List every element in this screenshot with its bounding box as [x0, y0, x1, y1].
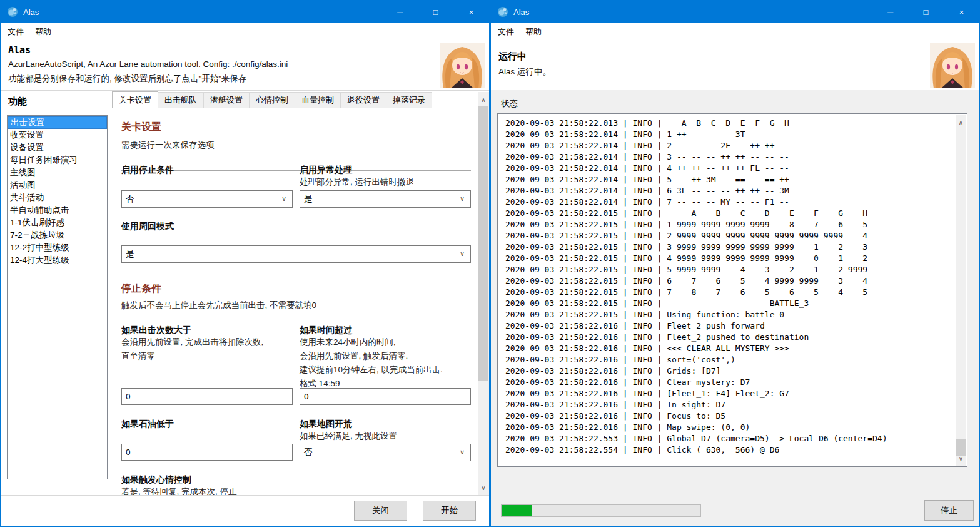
log-line: 2020-09-03 21:58:22.016 | INFO | Fleet_2…: [505, 332, 954, 343]
scroll-up-icon[interactable]: ∧: [478, 93, 489, 106]
tab[interactable]: 心情控制: [250, 92, 295, 108]
section-title-stop: 停止条件: [121, 282, 161, 295]
maximize-button[interactable]: □: [908, 1, 944, 23]
log-output[interactable]: 2020-09-03 21:58:22.013 | INFO | A B C D…: [497, 113, 967, 467]
tab[interactable]: 掉落记录: [386, 92, 432, 108]
log-line: 2020-09-03 21:58:22.015 | INFO | 3 9999 …: [505, 242, 954, 253]
scroll-down-icon[interactable]: ∨: [478, 481, 489, 494]
tab[interactable]: 血量控制: [295, 92, 341, 108]
minimize-button[interactable]: ─: [872, 1, 908, 23]
chevron-down-icon: ∨: [460, 448, 465, 456]
enable-exception-dropdown[interactable]: 是 ∨: [300, 190, 471, 208]
log-line: 2020-09-03 21:58:22.015 | INFO | 6 7 6 5…: [505, 275, 954, 287]
label-enable-stop: 启用停止条件: [121, 165, 174, 176]
sidebar-item[interactable]: 12-2打中型练级: [8, 242, 107, 254]
settings-panel: 关卡设置 需要运行一次来保存选项 启用停止条件 启用异常处理 处理部分异常, 运…: [112, 108, 478, 495]
close-button[interactable]: ×: [944, 1, 979, 23]
divider: [491, 491, 979, 491]
function-listbox[interactable]: 出击设置收菜设置设备设置每日任务困难演习主线图活动图共斗活动半自动辅助点击1-1…: [7, 115, 108, 479]
section-subtitle-stop: 触发后不会马上停止会先完成当前出击, 不需要就填0: [121, 300, 316, 311]
close-window-button[interactable]: 关闭: [354, 501, 407, 521]
loop-mode-dropdown[interactable]: 是 ∨: [121, 245, 471, 263]
desktop: Alas ─ □ × 文件帮助 Alas AzurLaneAutoScript,…: [0, 0, 980, 527]
sidebar-heading: 功能: [8, 96, 27, 108]
menu-item[interactable]: 帮助: [29, 26, 57, 38]
menu-bar: 文件帮助: [1, 23, 489, 41]
log-line: 2020-09-03 21:58:22.016 | INFO | [Fleet_…: [505, 388, 954, 399]
helper-if-count: 会沿用先前设置, 完成出击将扣除次数, 直至清零: [121, 335, 263, 363]
log-line: 2020-09-03 21:58:22.016 | INFO | <<< CLE…: [505, 343, 954, 354]
start-button[interactable]: 开始: [423, 501, 476, 521]
sidebar-item[interactable]: 每日任务困难演习: [8, 154, 107, 166]
window-header: Alas AzurLaneAutoScript, An Azur Lane au…: [1, 41, 489, 91]
sidebar-item[interactable]: 半自动辅助点击: [8, 204, 107, 217]
status-label: 状态: [501, 98, 518, 110]
log-line: 2020-09-03 21:58:22.014 | INFO | 1 ++ --…: [505, 129, 954, 140]
sidebar-item[interactable]: 收菜设置: [8, 129, 107, 141]
divider: [121, 315, 471, 315]
helper-if-emotion: 若是, 等待回复, 完成本次, 停止: [121, 485, 237, 495]
chevron-down-icon: ∨: [460, 195, 465, 203]
sidebar-item[interactable]: 共斗活动: [8, 192, 107, 204]
sidebar-item[interactable]: 主线图: [8, 166, 107, 179]
menu-item[interactable]: 文件: [2, 26, 29, 38]
log-line: 2020-09-03 21:58:22.016 | INFO | Clear m…: [505, 377, 954, 388]
label-if-count: 如果出击次数大于: [121, 325, 191, 336]
if-oil-input[interactable]: [121, 444, 293, 461]
menu-item[interactable]: 文件: [492, 26, 520, 38]
log-line: 2020-09-03 21:58:22.014 | INFO | 6 3L --…: [505, 185, 954, 197]
sidebar-item[interactable]: 7-2三战拣垃圾: [8, 229, 107, 242]
titlebar[interactable]: Alas ─ □ ×: [491, 1, 979, 23]
progress-bar: [501, 504, 701, 517]
titlebar[interactable]: Alas ─ □ ×: [1, 1, 489, 23]
log-line: 2020-09-03 21:58:22.553 | INFO | Global …: [505, 433, 954, 444]
caption-buttons: ─ □ ×: [382, 1, 489, 23]
avatar: [440, 43, 485, 88]
tab[interactable]: 出击舰队: [158, 92, 204, 108]
run-state-title: 运行中: [498, 51, 527, 63]
tab[interactable]: 退役设置: [341, 92, 386, 108]
avatar: [930, 43, 975, 88]
enable-stop-dropdown[interactable]: 否 ∨: [121, 190, 293, 208]
caption-buttons: ─ □ ×: [872, 1, 979, 23]
tab[interactable]: 潜艇设置: [204, 92, 250, 108]
log-line: 2020-09-03 21:58:22.015 | INFO | 2 9999 …: [505, 230, 954, 242]
label-if-time: 如果时间超过: [300, 325, 352, 336]
scroll-down-icon[interactable]: ∨: [956, 452, 966, 464]
stop-button[interactable]: 停止: [924, 500, 974, 521]
sidebar-item[interactable]: 1-1伏击刷好感: [8, 217, 107, 229]
if-count-input[interactable]: [121, 388, 293, 405]
window-header: 运行中 Alas 运行中。: [491, 41, 979, 91]
if-time-input[interactable]: [300, 388, 471, 405]
scrollbar-thumb[interactable]: [478, 106, 488, 381]
sidebar-item[interactable]: 出击设置: [8, 116, 107, 129]
if-map-dropdown[interactable]: 否 ∨: [300, 444, 471, 461]
section-subtitle-stage: 需要运行一次来保存选项: [121, 140, 215, 151]
log-line: 2020-09-03 21:58:22.014 | INFO | 2 -- --…: [505, 140, 954, 151]
close-button[interactable]: ×: [453, 1, 489, 23]
maximize-button[interactable]: □: [418, 1, 453, 23]
log-scrollbar[interactable]: ∧ ∨: [956, 115, 966, 466]
tab[interactable]: 关卡设置: [112, 91, 158, 108]
window-title: Alas: [513, 8, 529, 17]
label-loop-mode: 使用周回模式: [121, 221, 174, 232]
log-lines: 2020-09-03 21:58:22.013 | INFO | A B C D…: [505, 118, 954, 456]
scroll-up-icon[interactable]: ∧: [956, 116, 966, 128]
sidebar-item[interactable]: 12-4打大型练级: [8, 254, 107, 267]
settings-scrollbar[interactable]: ∧ ∨: [478, 92, 489, 495]
bottom-bar: 关闭 开始: [1, 495, 489, 526]
sidebar-item[interactable]: 设备设置: [8, 141, 107, 154]
helper-if-map: 如果已经满足, 无视此设置: [300, 429, 397, 443]
log-line: 2020-09-03 21:58:22.015 | INFO | -------…: [505, 298, 954, 309]
log-line: 2020-09-03 21:58:22.013 | INFO | A B C D…: [505, 118, 954, 129]
sidebar-item[interactable]: 活动图: [8, 179, 107, 192]
menu-item[interactable]: 帮助: [520, 26, 547, 38]
minimize-button[interactable]: ─: [382, 1, 418, 23]
window-title: Alas: [23, 8, 39, 17]
chevron-down-icon: ∨: [281, 195, 286, 203]
log-line: 2020-09-03 21:58:22.016 | INFO | Grids: …: [505, 366, 954, 377]
enable-stop-value: 否: [126, 193, 134, 205]
log-line: 2020-09-03 21:58:22.014 | INFO | 5 -- ++…: [505, 174, 954, 185]
window-settings: Alas ─ □ × 文件帮助 Alas AzurLaneAutoScript,…: [0, 0, 490, 527]
log-line: 2020-09-03 21:58:22.015 | INFO | Using f…: [505, 309, 954, 320]
